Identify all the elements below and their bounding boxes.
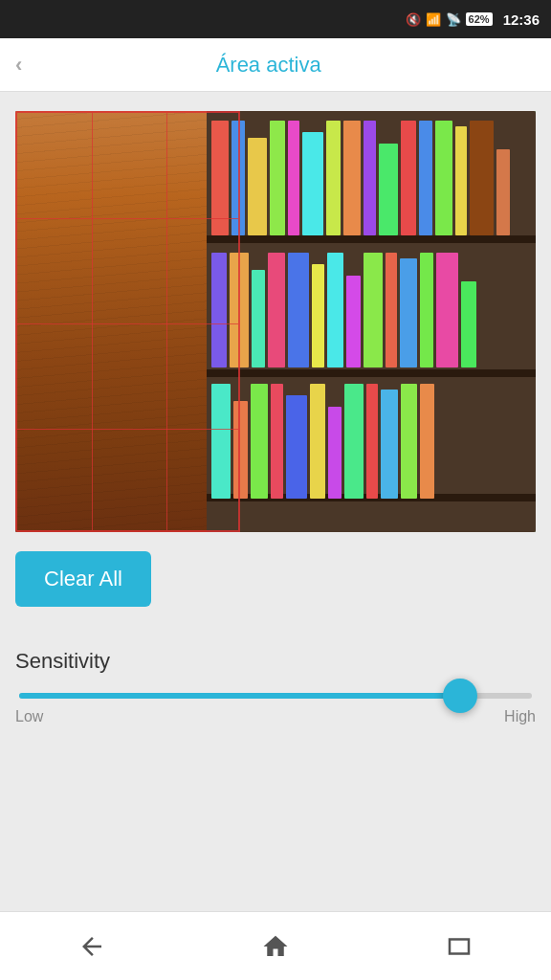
mute-icon: 🔇 (406, 12, 421, 27)
slider-high-label: High (504, 708, 536, 725)
battery-icon: 62% (466, 12, 493, 26)
status-icons: 🔇 📶 📡 62% 12:36 (406, 11, 540, 28)
books-row-2 (211, 253, 476, 368)
status-time: 12:36 (503, 11, 540, 28)
page-title: Área activa (33, 53, 503, 78)
recents-icon (445, 932, 474, 961)
bottom-navigation (0, 911, 551, 980)
sensitivity-section: Sensitivity Low High (0, 626, 551, 725)
shelf-2 (202, 369, 536, 377)
nav-recents-button[interactable] (430, 923, 488, 970)
books-row-1 (211, 121, 510, 235)
slider-fill (19, 693, 460, 699)
camera-view (15, 111, 536, 532)
slider-track (19, 693, 532, 699)
nav-back-button[interactable] (63, 923, 121, 970)
sensitivity-title: Sensitivity (15, 649, 536, 674)
back-button[interactable]: ‹ (15, 53, 22, 78)
slider-thumb[interactable] (443, 679, 477, 713)
status-bar: 🔇 📶 📡 62% 12:36 (0, 0, 551, 38)
back-icon (77, 932, 106, 961)
clear-all-button[interactable]: Clear All (15, 551, 151, 607)
wifi-icon: 📶 (426, 12, 441, 27)
home-icon (261, 932, 290, 961)
main-content: Clear All Sensitivity Low High (0, 92, 551, 911)
books-row-3 (211, 384, 434, 499)
control-area: Clear All (0, 532, 551, 626)
shelf-1 (202, 235, 536, 243)
slider-low-label: Low (15, 708, 43, 725)
shelf-section (202, 111, 536, 532)
signal-icon: 📡 (446, 12, 461, 27)
nav-home-button[interactable] (247, 923, 304, 970)
wood-panel (15, 111, 207, 532)
camera-image (15, 111, 536, 532)
wood-grain (15, 111, 207, 532)
header: ‹ Área activa (0, 38, 551, 92)
slider-container[interactable] (15, 693, 536, 699)
